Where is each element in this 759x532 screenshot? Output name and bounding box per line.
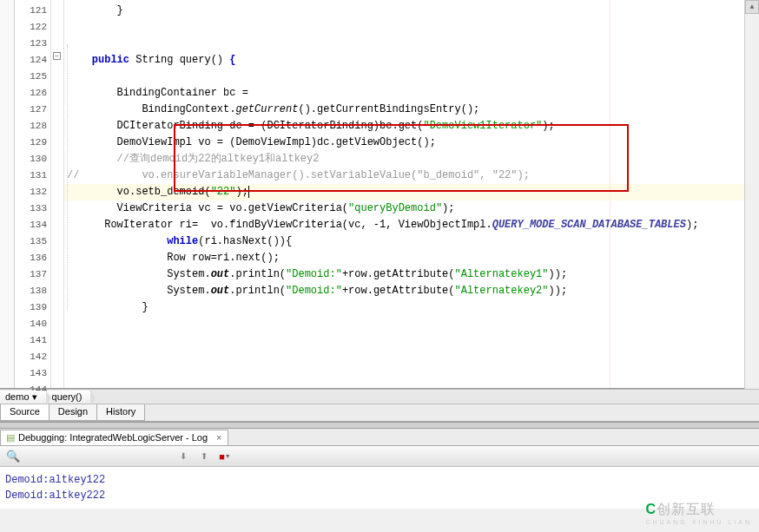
string-literal: "Demoid:" — [286, 268, 342, 280]
breadcrumb-method[interactable]: query() — [47, 391, 92, 403]
fold-toggle-icon[interactable]: − — [53, 52, 61, 60]
code-text: (ri.hasNext()){ — [198, 235, 292, 247]
dropdown-arrow-icon: ▼ — [225, 453, 231, 459]
code-text: +row.getAttribute( — [342, 268, 455, 280]
brace: { — [229, 54, 235, 66]
line-number: 137 — [15, 266, 47, 283]
code-line: DemoViewImpl vo = (DemoViewImpl)dc.getVi… — [64, 135, 759, 151]
code-text: String query() — [129, 54, 229, 66]
code-editor: 121 122 123 124 125 126 127 128 129 130 … — [0, 0, 759, 389]
code-text: .println( — [229, 285, 286, 297]
code-line — [64, 36, 759, 52]
find-button[interactable]: 🔍 — [3, 448, 23, 465]
code-text: System. — [67, 285, 211, 297]
code-line: RowIterator ri= vo.findByViewCriteria(vc… — [64, 217, 759, 233]
line-number: 138 — [15, 283, 47, 299]
line-number: 124 — [15, 52, 47, 69]
line-number: 141 — [15, 332, 47, 349]
watermark-subtext: CHUANG XINHU LIAN — [645, 519, 752, 525]
tab-design[interactable]: Design — [49, 404, 97, 421]
keyword: while — [167, 235, 198, 247]
code-text: ); — [542, 120, 554, 132]
line-number: 130 — [15, 151, 47, 167]
line-number: 140 — [15, 316, 47, 332]
code-line: BindingContainer bc = — [64, 85, 759, 102]
scroll-up-button[interactable]: ⬆ — [195, 448, 214, 465]
code-text: DCIteratorBinding dc = (DCIteratorBindin… — [67, 120, 423, 132]
log-tab[interactable]: ▤ Debugging: IntegratedWebLogicServer - … — [0, 430, 228, 445]
line-number: 143 — [15, 365, 47, 382]
arrow-down-icon: ⬇ — [180, 451, 187, 461]
line-number: 139 — [15, 299, 47, 316]
line-number: 125 — [15, 69, 47, 85]
code-text: ); — [235, 186, 248, 198]
code-line: } — [64, 299, 759, 316]
text-cursor — [248, 186, 249, 198]
field: out — [211, 285, 230, 297]
code-text: )); — [549, 268, 568, 280]
tab-history[interactable]: History — [96, 404, 145, 421]
line-number-gutter: 121 122 123 124 125 126 127 128 129 130 … — [15, 0, 51, 388]
marker-gutter — [0, 0, 15, 388]
indent-guide — [67, 44, 68, 310]
log-icon: ▤ — [6, 432, 15, 443]
line-number: 133 — [15, 200, 47, 217]
arrow-up-icon: ⬆ — [201, 451, 208, 461]
code-line: BindingContext.getCurrent().getCurrentBi… — [64, 102, 759, 118]
code-text: )); — [549, 285, 568, 297]
code-line — [64, 69, 759, 85]
log-tab-bar: ▤ Debugging: IntegratedWebLogicServer - … — [0, 429, 759, 446]
line-number: 121 — [15, 3, 47, 19]
log-panel: ▤ Debugging: IntegratedWebLogicServer - … — [0, 429, 759, 509]
code-text: ViewCriteria vc = vo.getViewCriteria( — [67, 202, 348, 214]
code-line-comment: //查询demoid为22的altkey1和altkey2 — [64, 151, 759, 167]
code-line — [64, 19, 759, 36]
binoculars-icon: 🔍 — [6, 450, 20, 463]
code-line: System.out.println("Demoid:"+row.getAttr… — [64, 266, 759, 283]
constant: QUERY_MODE_SCAN_DATABASE_TABLES — [492, 219, 686, 231]
print-margin — [610, 0, 610, 388]
watermark-text: 创新互联 — [657, 502, 716, 516]
line-number: 131 — [15, 167, 47, 184]
code-line: DCIteratorBinding dc = (DCIteratorBindin… — [64, 118, 759, 135]
stop-icon: ■ — [219, 451, 225, 462]
vertical-scrollbar[interactable]: ▲ — [744, 0, 759, 389]
code-line-active: vo.setb_demoid("22"); — [64, 184, 759, 200]
string-literal: "Alternatekey2" — [455, 285, 549, 297]
line-number: 136 — [15, 250, 47, 266]
code-text: vo.setb_demoid( — [67, 186, 211, 198]
code-text-area[interactable]: } public String query() { BindingContain… — [64, 0, 759, 388]
close-icon[interactable]: × — [211, 432, 221, 443]
code-line: Row row=ri.next(); — [64, 250, 759, 266]
code-text: ); — [442, 202, 454, 214]
fold-gutter: − — [51, 0, 64, 388]
code-text: ().getCurrentBindingsEntry(); — [298, 103, 479, 115]
log-line: Demoid:altkey122 — [5, 472, 754, 488]
line-number: 129 — [15, 135, 47, 151]
comment-marker: // — [67, 169, 79, 181]
breadcrumb-bar: demo ▾ query() — [0, 389, 759, 404]
line-number: 122 — [15, 19, 47, 36]
code-line: ViewCriteria vc = vo.getViewCriteria("qu… — [64, 200, 759, 217]
code-text: +row.getAttribute( — [342, 285, 455, 297]
string-literal: "Demoid:" — [286, 285, 342, 297]
scroll-up-arrow-icon[interactable]: ▲ — [745, 0, 759, 14]
string-literal: "Alternatekey1" — [455, 268, 549, 280]
line-number: 123 — [15, 36, 47, 52]
tab-source[interactable]: Source — [0, 404, 50, 421]
stop-button[interactable]: ■▼ — [215, 448, 234, 465]
line-number: 135 — [15, 233, 47, 250]
scroll-down-button[interactable]: ⬇ — [174, 448, 193, 465]
panel-splitter[interactable] — [0, 422, 759, 429]
string-literal: "queryByDemoid" — [348, 202, 442, 214]
line-number: 134 — [15, 217, 47, 233]
line-number: 142 — [15, 349, 47, 365]
string-literal: "DemoView1Iterator" — [423, 120, 542, 132]
code-text: BindingContext. — [67, 103, 235, 115]
log-line: Demoid:altkey222 — [5, 488, 754, 503]
line-number: 132 — [15, 184, 47, 200]
comment-text: vo.ensureVariableManager().setVariableVa… — [79, 169, 529, 181]
breadcrumb-class[interactable]: demo ▾ — [0, 391, 47, 404]
line-number: 127 — [15, 102, 47, 118]
watermark: C创新互联 CHUANG XINHU LIAN — [645, 501, 752, 525]
